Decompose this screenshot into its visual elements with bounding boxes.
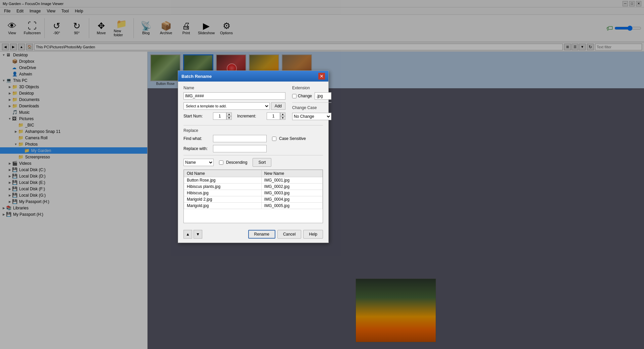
dialog-close-button[interactable]: ✕ xyxy=(318,73,325,80)
change-label: Change xyxy=(298,94,312,98)
right-section: Extension Change Change Case No Change U… xyxy=(292,86,331,122)
order-arrows: ▲ ▼ xyxy=(183,230,202,239)
new-name-cell: IMG_0002.jpg xyxy=(261,184,322,190)
move-down-button[interactable]: ▼ xyxy=(194,230,202,239)
table-row[interactable]: Hibiscus plants.jpg IMG_0002.jpg xyxy=(184,184,323,190)
increment-input[interactable] xyxy=(267,112,280,120)
files-table: Old Name New Name Button Rose.jpg IMG_00… xyxy=(184,170,323,209)
table-row[interactable]: Marigold 2.jpg IMG_0004.jpg xyxy=(184,196,323,203)
increment-spinbox: ▲ ▼ xyxy=(267,112,285,120)
new-name-cell: IMG_0001.jpg xyxy=(261,177,322,184)
increment-label: Increment: xyxy=(237,114,264,118)
footer-buttons: Rename Cancel Help xyxy=(248,230,323,239)
sort-select[interactable]: Name Date Size xyxy=(183,159,214,166)
change-checkbox[interactable] xyxy=(292,94,297,98)
cancel-button[interactable]: Cancel xyxy=(277,230,301,239)
name-input[interactable] xyxy=(183,92,285,100)
case-sensitive-checkbox[interactable] xyxy=(272,137,276,141)
replace-label: Replace with: xyxy=(183,146,210,151)
start-num-input[interactable] xyxy=(213,112,226,120)
find-label: Find what: xyxy=(183,136,210,141)
dialog-title-text: Batch Rename xyxy=(181,74,212,79)
spinbox-down2[interactable]: ▼ xyxy=(280,116,285,120)
extension-section-label: Extension xyxy=(292,86,331,90)
sort-button[interactable]: Sort xyxy=(253,158,271,167)
separator xyxy=(292,102,331,103)
new-name-cell: IMG_0004.jpg xyxy=(261,196,322,203)
template-select[interactable]: Select a template to add. xyxy=(183,102,270,110)
spinbox-up2[interactable]: ▲ xyxy=(280,112,285,116)
template-row: Select a template to add. Add xyxy=(183,102,285,110)
old-name-cell: Hibiscus plants.jpg xyxy=(184,184,262,190)
old-name-cell: Button Rose.jpg xyxy=(184,177,262,184)
dialog-title-bar: Batch Rename ✕ xyxy=(178,71,328,82)
find-input[interactable] xyxy=(213,135,267,142)
col-old-name: Old Name xyxy=(184,170,262,177)
top-section: Name Select a template to add. Add Start… xyxy=(183,86,323,122)
new-name-cell: IMG_0003.jpg xyxy=(261,190,322,196)
start-num-label: Start Num: xyxy=(183,114,210,118)
replace-with-row: Replace with: xyxy=(183,145,323,152)
spinbox-buttons2: ▲ ▼ xyxy=(280,112,285,120)
extension-input[interactable] xyxy=(315,92,331,100)
spinbox-buttons: ▲ ▼ xyxy=(226,112,232,120)
new-name-cell: IMG_0005.jpg xyxy=(261,203,322,209)
separator2 xyxy=(183,125,323,126)
spinbox-down[interactable]: ▼ xyxy=(226,116,232,120)
change-case-label: Change Case xyxy=(292,105,331,110)
sort-row: Name Date Size Descending Sort xyxy=(183,158,323,167)
batch-rename-dialog: Batch Rename ✕ Name Select a template to… xyxy=(178,70,329,243)
table-row[interactable]: Hibiscus.jpg IMG_0003.jpg xyxy=(184,190,323,196)
old-name-cell: Marigold.jpg xyxy=(184,203,262,209)
table-row[interactable]: Marigold.jpg IMG_0005.jpg xyxy=(184,203,323,209)
name-section-label: Name xyxy=(183,86,285,90)
rename-button[interactable]: Rename xyxy=(248,230,275,239)
case-sensitive-label: Case Sensitive xyxy=(279,136,306,141)
spinbox-up[interactable]: ▲ xyxy=(226,112,232,116)
find-what-row: Find what: Case Sensitive xyxy=(183,135,323,142)
help-button[interactable]: Help xyxy=(303,230,323,239)
change-checkbox-row: Change xyxy=(292,92,331,100)
add-button[interactable]: Add xyxy=(271,102,285,110)
name-input-row xyxy=(183,92,285,100)
replace-section-label: Replace xyxy=(183,128,323,133)
modal-overlay: Batch Rename ✕ Name Select a template to… xyxy=(0,0,644,349)
col-new-name: New Name xyxy=(261,170,322,177)
name-section: Name Select a template to add. Add Start… xyxy=(183,86,285,122)
dialog-footer: ▲ ▼ Rename Cancel Help xyxy=(178,227,328,243)
start-num-row: Start Num: ▲ ▼ Increment: xyxy=(183,112,285,120)
change-case-select[interactable]: No Change Uppercase Lowercase xyxy=(292,113,331,120)
table-row[interactable]: Button Rose.jpg IMG_0001.jpg xyxy=(184,177,323,184)
descending-checkbox[interactable] xyxy=(219,160,223,165)
move-up-button[interactable]: ▲ xyxy=(183,230,192,239)
replace-input[interactable] xyxy=(213,145,267,152)
old-name-cell: Hibiscus.jpg xyxy=(184,190,262,196)
files-table-container: Old Name New Name Button Rose.jpg IMG_00… xyxy=(183,169,323,223)
separator3 xyxy=(183,155,323,155)
dialog-body: Name Select a template to add. Add Start… xyxy=(178,82,328,227)
descending-label: Descending xyxy=(226,160,247,165)
start-num-spinbox: ▲ ▼ xyxy=(213,112,232,120)
old-name-cell: Marigold 2.jpg xyxy=(184,196,262,203)
